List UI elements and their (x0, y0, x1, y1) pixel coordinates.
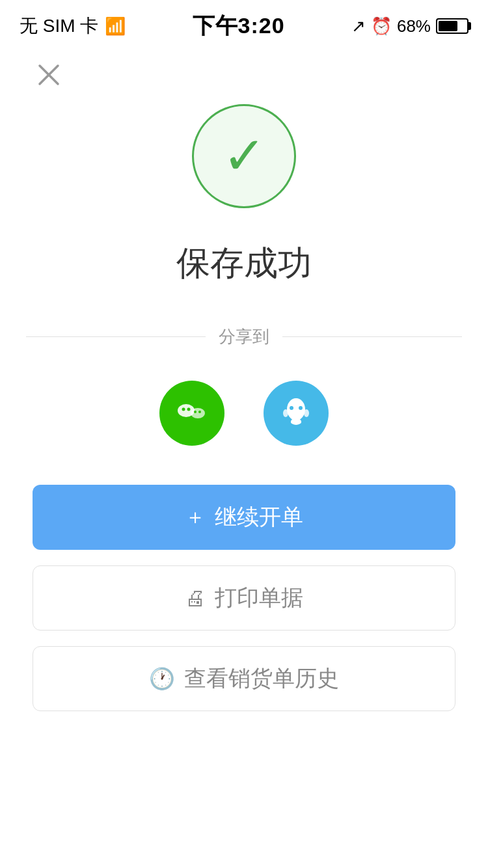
battery-fill (439, 21, 457, 31)
action-buttons: ＋ 继续开单 🖨 打印单据 🕐 查看销货单历史 (0, 485, 488, 711)
wechat-icon (174, 395, 210, 431)
svg-point-15 (304, 409, 309, 417)
print-icon: 🖨 (185, 586, 206, 610)
continue-button[interactable]: ＋ 继续开单 (33, 485, 455, 550)
divider-line-left (26, 336, 206, 337)
status-time: 下午3:20 (193, 11, 285, 41)
svg-point-7 (198, 411, 201, 413)
svg-point-5 (187, 408, 191, 411)
status-left: 无 SIM 卡 📶 (20, 14, 126, 38)
history-label: 查看销货单历史 (184, 664, 339, 694)
print-button[interactable]: 🖨 打印单据 (33, 565, 455, 631)
plus-icon: ＋ (185, 503, 206, 532)
svg-rect-13 (291, 420, 301, 424)
no-sim-label: 无 SIM 卡 (20, 14, 98, 38)
share-icons (26, 381, 462, 446)
alarm-icon: ⏰ (371, 16, 392, 36)
success-circle: ✓ (192, 104, 296, 208)
status-right: ↗ ⏰ 68% (351, 16, 468, 36)
status-bar: 无 SIM 卡 📶 下午3:20 ↗ ⏰ 68% (0, 0, 488, 52)
share-section: 分享到 (0, 325, 488, 446)
continue-label: 继续开单 (215, 502, 303, 532)
svg-point-14 (283, 409, 288, 417)
print-label: 打印单据 (215, 583, 303, 613)
close-icon (37, 63, 61, 87)
qq-icon (278, 395, 314, 431)
svg-point-3 (191, 408, 205, 418)
qq-share-button[interactable] (264, 381, 329, 446)
wechat-share-button[interactable] (159, 381, 224, 446)
close-button[interactable] (33, 59, 65, 91)
checkmark-icon: ✓ (223, 130, 266, 182)
main-content: ✓ 保存成功 分享到 (0, 52, 488, 711)
wifi-icon: 📶 (105, 16, 126, 36)
share-label: 分享到 (206, 325, 282, 348)
battery-percent: 68% (397, 16, 431, 36)
svg-point-4 (182, 408, 185, 411)
share-divider: 分享到 (26, 325, 462, 348)
divider-line-right (282, 336, 462, 337)
svg-point-9 (290, 406, 293, 410)
history-icon: 🕐 (149, 666, 175, 691)
svg-point-10 (299, 406, 303, 410)
history-button[interactable]: 🕐 查看销货单历史 (33, 646, 455, 711)
svg-point-6 (194, 411, 197, 413)
location-icon: ↗ (351, 16, 366, 36)
success-title: 保存成功 (176, 241, 312, 286)
battery-bar (436, 18, 468, 34)
battery-container (436, 18, 468, 34)
